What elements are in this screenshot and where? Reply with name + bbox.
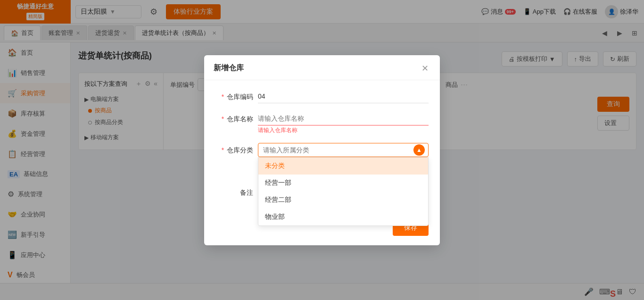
warehouse-name-wrapper: 请输入仓库名称 bbox=[258, 112, 429, 134]
remark-label: 备注 bbox=[215, 185, 258, 197]
modal-overlay[interactable]: 新增仓库 ✕ * 仓库编码 * 仓库名称 请输入仓库名称 bbox=[0, 0, 644, 300]
warehouse-name-input[interactable] bbox=[258, 112, 429, 125]
category-input[interactable] bbox=[258, 143, 429, 157]
warehouse-code-input[interactable] bbox=[258, 90, 429, 103]
required-star-cat: * bbox=[222, 146, 224, 154]
dropdown-item-dept3[interactable]: 物业部 bbox=[258, 208, 428, 225]
warehouse-category-label: * 仓库分类 bbox=[215, 143, 258, 155]
dropdown-item-unclassified[interactable]: 未分类 bbox=[258, 158, 428, 175]
form-row-category: * 仓库分类 ▲ 未分类 经营一部 经营二部 物业部 bbox=[215, 143, 429, 157]
form-row-name: * 仓库名称 请输入仓库名称 bbox=[215, 112, 429, 134]
dropdown-item-dept2[interactable]: 经营二部 bbox=[258, 192, 428, 208]
category-dropdown: 未分类 经营一部 经营二部 物业部 bbox=[258, 157, 429, 226]
required-star-name: * bbox=[222, 115, 224, 123]
modal-close-button[interactable]: ✕ bbox=[419, 63, 430, 74]
category-chevron-icon[interactable]: ▲ bbox=[413, 144, 425, 156]
category-input-wrapper: ▲ 未分类 经营一部 经营二部 物业部 bbox=[258, 143, 429, 157]
warehouse-code-label: * 仓库编码 bbox=[215, 90, 258, 101]
modal-body: * 仓库编码 * 仓库名称 请输入仓库名称 * bbox=[204, 80, 440, 207]
warehouse-name-label: * 仓库名称 bbox=[215, 112, 258, 124]
modal-header: 新增仓库 ✕ bbox=[204, 55, 440, 80]
form-row-code: * 仓库编码 bbox=[215, 90, 429, 103]
dropdown-item-dept1[interactable]: 经营一部 bbox=[258, 175, 428, 192]
modal-title: 新增仓库 bbox=[214, 63, 244, 73]
modal-warehouse: 新增仓库 ✕ * 仓库编码 * 仓库名称 请输入仓库名称 bbox=[204, 55, 440, 245]
required-star-code: * bbox=[222, 93, 224, 100]
warehouse-name-error: 请输入仓库名称 bbox=[258, 126, 429, 134]
